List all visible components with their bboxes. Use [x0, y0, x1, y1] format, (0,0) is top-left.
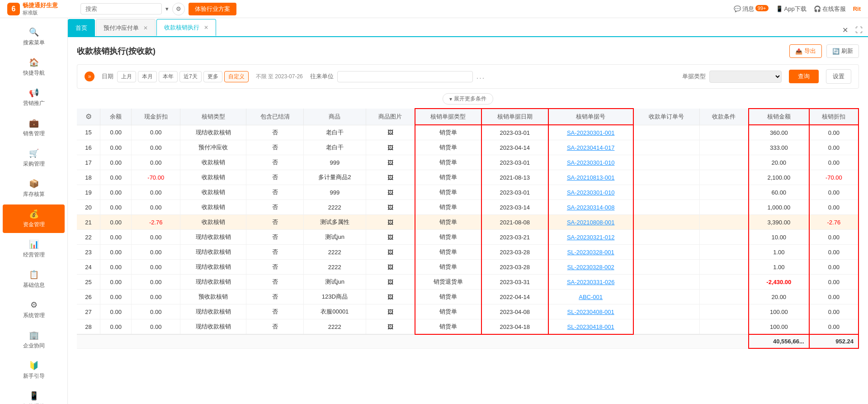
th-settings[interactable]: ⚙: [77, 109, 100, 125]
filter-partner-input[interactable]: [337, 71, 473, 82]
settings-icon[interactable]: ⚙: [172, 3, 185, 15]
tab-close-all-icon[interactable]: ✕: [840, 24, 850, 36]
cell-no: 27: [77, 304, 100, 319]
filter-expand-arrow[interactable]: »: [85, 71, 94, 81]
refresh-button[interactable]: 🔄 刷新: [826, 44, 859, 58]
notification-button[interactable]: 💬 消息 99+: [734, 5, 769, 13]
sidebar-label-inventory: 库存核算: [23, 190, 45, 198]
tab-home[interactable]: 首页: [68, 19, 95, 36]
cell-receipt-cond: [700, 304, 749, 319]
cell-no: 20: [77, 200, 100, 215]
sidebar-label-operations: 经营管理: [23, 251, 45, 259]
filter-date-7days[interactable]: 近7天: [179, 71, 202, 82]
th-doc-no: 核销单据号: [548, 109, 633, 125]
cell-doc-no[interactable]: SL-20230328-001: [548, 245, 633, 260]
cell-writeoff-discount: -70.00: [809, 170, 859, 185]
table-row: 260.000.00预收款核销否123D商品🖼销货单2022-04-14ABC-…: [77, 290, 859, 304]
dropdown-arrow-icon[interactable]: ▾: [165, 5, 169, 12]
tab-prepay-close-icon[interactable]: ✕: [143, 25, 148, 31]
cell-doc-no[interactable]: SA-20230301-010: [548, 185, 633, 200]
table-row: 150.000.00现结收款核销否老白干🖼销货单2023-03-01SA-202…: [77, 125, 859, 140]
tab-receipt-writeoff-close-icon[interactable]: ✕: [204, 24, 208, 31]
sidebar-item-quick-nav[interactable]: 🏠 快捷导航: [3, 53, 65, 81]
filter-date-this-month[interactable]: 本月: [138, 71, 157, 82]
cell-doc-type: 销货单: [415, 245, 482, 260]
cell-writeoff-discount: -2.76: [809, 215, 859, 230]
table-row: 190.000.00收款核销否999🖼销货单2023-03-01SA-20230…: [77, 185, 859, 200]
sidebar-item-smart-hw[interactable]: 📱 智能硬件: [3, 386, 65, 404]
sidebar-item-basic-info[interactable]: 📋 基础信息: [3, 265, 65, 294]
cell-writeoff-discount: 0.00: [809, 319, 859, 335]
table-settings-icon[interactable]: ⚙: [85, 113, 92, 120]
cell-include-settled: 否: [246, 125, 304, 140]
sidebar-item-purchase[interactable]: 🛒 采购管理: [3, 144, 65, 172]
tab-prepay[interactable]: 预付冲应付单 ✕: [96, 19, 156, 36]
cell-writeoff-discount: 0.00: [809, 155, 859, 170]
sidebar-item-sales[interactable]: 💼 销售管理: [3, 114, 65, 142]
cell-doc-type: 销货单: [415, 230, 482, 245]
search-input[interactable]: [80, 3, 162, 14]
filter-receipt-type-select[interactable]: [709, 71, 782, 83]
cell-include-settled: 否: [246, 245, 304, 260]
user-avatar[interactable]: Rit: [853, 5, 861, 12]
industry-solution-button[interactable]: 体验行业方案: [189, 3, 236, 15]
filter-date-last-month[interactable]: 上月: [117, 71, 136, 82]
export-button[interactable]: 📤 导出: [789, 44, 822, 58]
cell-receipt-cond: [700, 200, 749, 215]
cell-doc-no[interactable]: SA-20230314-008: [548, 200, 633, 215]
filter-date-custom[interactable]: 自定义: [224, 71, 249, 82]
sidebar-item-inventory[interactable]: 📦 库存核算: [3, 174, 65, 203]
tab-receipt-writeoff[interactable]: 收款核销执行 ✕: [156, 19, 216, 36]
sidebar-item-finance[interactable]: 💰 资金管理: [3, 204, 65, 233]
filter-date-more[interactable]: 更多: [203, 71, 222, 82]
cell-no: 17: [77, 155, 100, 170]
cell-doc-date: 2023-03-01: [481, 125, 548, 140]
cell-doc-no[interactable]: ABC-001: [548, 290, 633, 304]
cell-product: 2222: [304, 200, 366, 215]
cell-balance: 0.00: [100, 170, 132, 185]
cell-doc-no[interactable]: SA-20230301-001: [548, 125, 633, 140]
sidebar-item-corp[interactable]: 🏢 企业协同: [3, 326, 65, 354]
main-layout: 🔍 搜索菜单 🏠 快捷导航 📢 营销推广 💼 销售管理 🛒 采购管理 📦 库存核…: [0, 18, 868, 404]
cell-writeoff-discount: 0.00: [809, 304, 859, 319]
tab-fullscreen-icon[interactable]: ⛶: [854, 24, 864, 36]
cell-receipt-cond: [700, 230, 749, 245]
cell-receipt-cond: [700, 170, 749, 185]
query-button[interactable]: 查询: [789, 70, 819, 83]
table-row: 240.000.00现结收款核销否2222🖼销货单2023-03-28SL-20…: [77, 260, 859, 275]
cell-doc-no[interactable]: SA-20230321-012: [548, 230, 633, 245]
cell-doc-no[interactable]: SA-20230331-026: [548, 275, 633, 290]
cell-doc-no[interactable]: SA-20230301-010: [548, 155, 633, 170]
data-table-wrapper: ⚙ 余额 现金折扣 核销类型 包含已结清 商品 商品图片 核销单据类型 核销单据…: [77, 108, 859, 349]
cell-product: 老白干: [304, 125, 366, 140]
cell-doc-no[interactable]: SA-20210813-001: [548, 170, 633, 185]
sidebar-label-quick-nav: 快捷导航: [23, 69, 45, 77]
cell-doc-no[interactable]: SL-20230418-001: [548, 319, 633, 335]
table-row: 170.000.00收款核销否999🖼销货单2023-03-01SA-20230…: [77, 155, 859, 170]
online-service-button[interactable]: 🎧 在线客服: [814, 5, 846, 13]
cell-writeoff-type: 收款核销: [180, 155, 246, 170]
sidebar-item-system[interactable]: ⚙ 系统管理: [3, 295, 65, 324]
cell-doc-no[interactable]: SA-20230414-017: [548, 140, 633, 155]
sidebar-item-search-menu[interactable]: 🔍 搜索菜单: [3, 23, 65, 51]
sidebar-item-marketing[interactable]: 📢 营销推广: [3, 83, 65, 112]
filter-date-this-year[interactable]: 本年: [159, 71, 178, 82]
cell-no: 22: [77, 230, 100, 245]
cell-no: 25: [77, 275, 100, 290]
cell-cash-discount: -70.00: [132, 170, 180, 185]
cell-doc-no[interactable]: SL-20230408-001: [548, 304, 633, 319]
cell-cash-discount: 0.00: [132, 319, 180, 335]
sidebar-label-purchase: 采购管理: [23, 160, 45, 168]
cell-receipt-order: [633, 155, 700, 170]
app-download-button[interactable]: 📱 App下载: [776, 5, 807, 13]
sidebar-item-operations[interactable]: 📊 经营管理: [3, 235, 65, 263]
sidebar-label-sales: 销售管理: [23, 130, 45, 138]
cell-doc-no[interactable]: SA-20210808-001: [548, 215, 633, 230]
cell-writeoff-amount: 1.00: [749, 260, 809, 275]
setting-button[interactable]: 设置: [826, 69, 851, 84]
expand-more-button[interactable]: ▾ 展开更多条件: [443, 93, 493, 105]
cell-doc-date: 2021-08-13: [481, 170, 548, 185]
sidebar-item-guide[interactable]: 🔰 新手引导: [3, 356, 65, 385]
cell-doc-no[interactable]: SL-20230328-002: [548, 260, 633, 275]
expand-more-section: ▾ 展开更多条件: [77, 93, 859, 105]
